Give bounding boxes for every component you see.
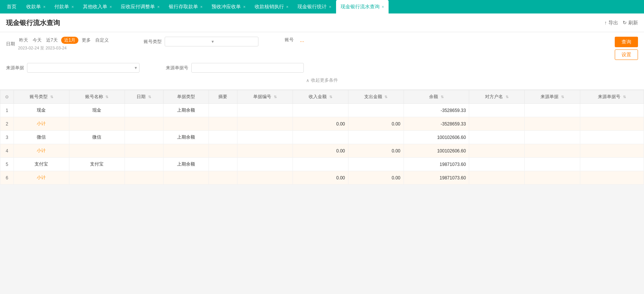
date-today[interactable]: 今天 <box>32 37 43 44</box>
cell-summary <box>209 158 237 171</box>
source-doc-dropdown-icon[interactable]: ▾ <box>132 65 139 70</box>
cell-counterpart <box>469 144 525 158</box>
settings-button[interactable]: 设置 <box>615 49 638 60</box>
cell-num: 6 <box>0 171 14 185</box>
header-actions: ↑ 导出 ↻ 刷新 <box>605 19 638 26</box>
cell-account_type: 小计 <box>14 171 69 185</box>
cell-date <box>125 131 163 144</box>
cell-counterpart <box>469 171 525 185</box>
close-tab-2-icon[interactable]: × <box>110 4 112 9</box>
th-date-label: 日期 <box>137 94 146 99</box>
nav-tab-3[interactable]: 应收应付调整单 × <box>116 0 164 13</box>
nav-tab-6[interactable]: 收款核销执行 × <box>250 0 293 13</box>
cell-date <box>125 158 163 171</box>
cell-summary <box>209 104 237 117</box>
cell-doc_no <box>237 171 293 185</box>
cell-source_doc <box>524 144 580 158</box>
source-doc-input[interactable] <box>27 65 132 70</box>
account-type-select[interactable]: ▾ <box>165 37 258 46</box>
th-expense[interactable]: 支出金额 ⇅ <box>348 90 404 104</box>
date-custom[interactable]: 自定义 <box>94 37 110 44</box>
date-shortcuts: 昨天 今天 近7天 近1月 更多 自定义 <box>18 37 110 44</box>
nav-tab-5[interactable]: 预收冲应收单 × <box>207 0 250 13</box>
close-tab-6-icon[interactable]: × <box>286 4 288 9</box>
th-date[interactable]: 日期 ⇅ <box>125 90 163 104</box>
date-7days[interactable]: 近7天 <box>45 37 59 44</box>
nav-tab-8[interactable]: 现金银行流水查询 × <box>336 0 389 13</box>
cell-summary <box>209 117 237 131</box>
sort-account-type-icon[interactable]: ⇅ <box>50 95 53 99</box>
page-title: 现金银行流水查询 <box>6 18 60 27</box>
cell-doc_type <box>163 117 209 131</box>
sort-date-icon[interactable]: ⇅ <box>148 95 151 99</box>
th-account-type[interactable]: 账号类型 ⇅ <box>14 90 69 104</box>
collapse-bar[interactable]: ∧ 收起更多条件 <box>6 76 638 85</box>
cell-income <box>293 158 348 171</box>
cell-doc_no <box>237 144 293 158</box>
th-balance[interactable]: 余额 ⇅ <box>404 90 469 104</box>
source-doc-no-input-wrapper[interactable] <box>191 63 304 73</box>
th-source-doc[interactable]: 来源单据 ⇅ <box>524 90 580 104</box>
th-expense-label: 支出金额 <box>364 94 382 99</box>
cell-source_doc_no <box>580 158 644 171</box>
account-dots-button[interactable]: ... <box>300 37 304 43</box>
table-header: ⚙ 账号类型 ⇅ 账号名称 ⇅ 日期 ⇅ 单据类型 摘要 <box>0 90 644 104</box>
cell-counterpart <box>469 131 525 144</box>
sort-source-doc-no-icon[interactable]: ⇅ <box>623 95 626 99</box>
cell-source_doc <box>524 171 580 185</box>
export-button[interactable]: ↑ 导出 <box>605 19 618 26</box>
th-account-name[interactable]: 账号名称 ⇅ <box>69 90 125 104</box>
cell-date <box>125 171 163 185</box>
date-1month[interactable]: 近1月 <box>61 37 79 44</box>
sort-balance-icon[interactable]: ⇅ <box>441 95 444 99</box>
th-income-label: 收入金额 <box>309 94 327 99</box>
nav-tab-1[interactable]: 付款单 × <box>50 0 78 13</box>
cell-expense: 0.00 <box>348 117 404 131</box>
close-tab-0-icon[interactable]: × <box>43 4 45 9</box>
sort-income-icon[interactable]: ⇅ <box>329 95 332 99</box>
date-more[interactable]: 更多 <box>81 37 92 44</box>
cell-num: 2 <box>0 117 14 131</box>
close-tab-4-icon[interactable]: × <box>200 4 203 9</box>
close-tab-5-icon[interactable]: × <box>243 4 245 9</box>
account-type-dropdown-icon[interactable]: ▾ <box>209 39 255 44</box>
nav-tab-2[interactable]: 其他收入单 × <box>78 0 116 13</box>
th-source-doc-no[interactable]: 来源单据号 ⇅ <box>580 90 644 104</box>
close-tab-3-icon[interactable]: × <box>157 4 159 9</box>
th-income[interactable]: 收入金额 ⇅ <box>293 90 348 104</box>
cell-num: 4 <box>0 144 14 158</box>
close-tab-8-icon[interactable]: × <box>382 4 384 9</box>
sort-expense-icon[interactable]: ⇅ <box>384 95 387 99</box>
nav-tab-0[interactable]: 收款单 × <box>22 0 50 13</box>
cell-counterpart <box>469 117 525 131</box>
cell-balance: 100102606.60 <box>404 131 469 144</box>
column-settings-icon[interactable]: ⚙ <box>5 94 9 100</box>
sort-source-doc-icon[interactable]: ⇅ <box>561 95 564 99</box>
cell-account_type: 小计 <box>14 117 69 131</box>
th-doc-no[interactable]: 单据编号 ⇅ <box>237 90 293 104</box>
cell-source_doc_no <box>580 131 644 144</box>
cell-doc_type: 上期余额 <box>163 158 209 171</box>
close-tab-1-icon[interactable]: × <box>71 4 74 9</box>
date-filter-group: 日期 昨天 今天 近7天 近1月 更多 自定义 2023-02-24 至 202… <box>6 37 110 51</box>
nav-tab-7[interactable]: 现金银行统计 × <box>293 0 336 13</box>
close-tab-7-icon[interactable]: × <box>329 4 331 9</box>
refresh-button[interactable]: ↻ 刷新 <box>623 19 638 26</box>
sort-account-name-icon[interactable]: ⇅ <box>105 95 108 99</box>
cell-counterpart <box>469 158 525 171</box>
collapse-icon: ∧ <box>306 78 309 83</box>
nav-tab-4[interactable]: 银行存取款单 × <box>164 0 207 13</box>
cell-doc_no <box>237 158 293 171</box>
nav-home[interactable]: 首页 <box>2 0 22 13</box>
sort-doc-no-icon[interactable]: ⇅ <box>274 95 277 99</box>
top-navigation: 首页 收款单 × 付款单 × 其他收入单 × 应收应付调整单 × 银行存取款单 … <box>0 0 644 13</box>
source-doc-no-input[interactable] <box>192 65 303 70</box>
cell-income <box>293 131 348 144</box>
cell-doc_type: 上期余额 <box>163 131 209 144</box>
date-yesterday[interactable]: 昨天 <box>18 37 29 44</box>
sort-counterpart-icon[interactable]: ⇅ <box>506 95 509 99</box>
th-counterpart[interactable]: 对方户名 ⇅ <box>469 90 525 104</box>
cell-account_type: 支付宝 <box>14 158 69 171</box>
source-doc-select[interactable]: ▾ <box>27 63 140 73</box>
query-button[interactable]: 查询 <box>615 37 638 47</box>
